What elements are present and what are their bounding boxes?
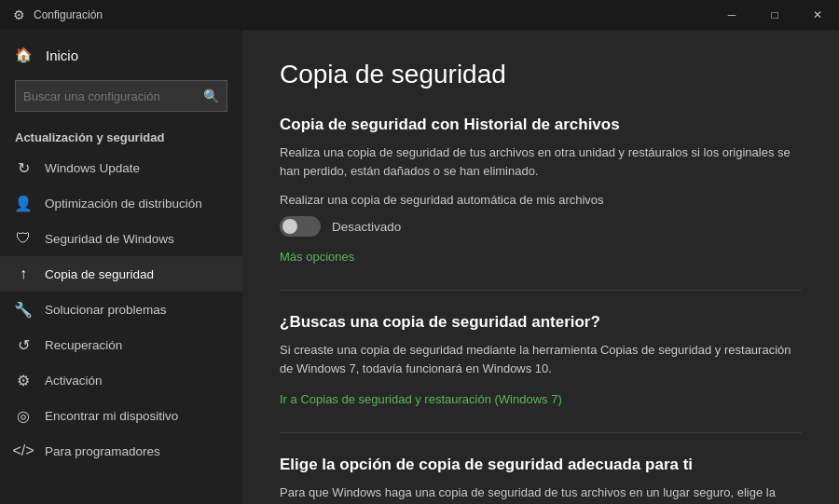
section3-title: Elige la opción de copia de seguridad ad…	[280, 456, 802, 474]
section-anterior: ¿Buscas una copia de seguridad anterior?…	[280, 313, 802, 432]
sidebar: 🏠 Inicio 🔍 Actualización y seguridad ↻ W…	[0, 30, 242, 504]
sidebar-item-programadores[interactable]: </> Para programadores	[0, 433, 242, 469]
close-button[interactable]: ✕	[796, 0, 839, 30]
sidebar-item-label: Copia de seguridad	[45, 267, 154, 281]
app-body: 🏠 Inicio 🔍 Actualización y seguridad ↻ W…	[0, 30, 839, 504]
sidebar-item-encontrar[interactable]: ◎ Encontrar mi dispositivo	[0, 398, 242, 433]
section3-desc: Para que Windows haga una copia de segur…	[280, 484, 802, 504]
main-content: Copia de seguridad Copia de seguridad co…	[242, 30, 839, 504]
page-title: Copia de seguridad	[280, 60, 802, 89]
programadores-icon: </>	[15, 443, 32, 459]
section1-title: Copia de seguridad con Historial de arch…	[280, 116, 802, 134]
divider2	[280, 432, 802, 433]
sidebar-item-label: Optimización de distribución	[45, 197, 202, 211]
toggle-label: Desactivado	[332, 220, 401, 234]
minimize-button[interactable]: ─	[710, 0, 753, 30]
toggle-row: Desactivado	[280, 216, 802, 237]
app-icon: ⚙	[11, 7, 26, 22]
search-box[interactable]: 🔍	[15, 80, 227, 112]
search-input[interactable]	[23, 89, 203, 103]
sidebar-item-label: Solucionar problemas	[45, 303, 167, 317]
section2-desc: Si creaste una copia de seguridad median…	[280, 341, 802, 377]
recuperacion-icon: ↺	[15, 336, 32, 353]
more-options-link[interactable]: Más opciones	[280, 250, 354, 264]
section1-setting-label: Realizar una copia de seguridad automáti…	[280, 193, 802, 207]
sidebar-item-label: Recuperación	[45, 338, 122, 352]
windows-update-icon: ↻	[15, 159, 32, 176]
titlebar-controls: ─ □ ✕	[710, 0, 839, 30]
search-icon[interactable]: 🔍	[203, 89, 219, 103]
home-icon: 🏠	[15, 47, 33, 63]
sidebar-item-label: Windows Update	[45, 161, 140, 175]
section1-desc: Realiza una copia de seguridad de tus ar…	[280, 143, 802, 180]
sidebar-item-distribucion[interactable]: 👤 Optimización de distribución	[0, 185, 242, 221]
section-opcion: Elige la opción de copia de seguridad ad…	[280, 456, 802, 504]
sidebar-item-seguridad[interactable]: 🛡 Seguridad de Windows	[0, 221, 242, 256]
goto-win7-link[interactable]: Ir a Copias de seguridad y restauración …	[280, 392, 562, 406]
seguridad-icon: 🛡	[15, 230, 32, 247]
backup-toggle[interactable]	[280, 216, 321, 237]
titlebar-left: ⚙ Configuración	[11, 7, 103, 22]
sidebar-item-activacion[interactable]: ⚙ Activación	[0, 362, 242, 398]
sidebar-section-header: Actualización y seguridad	[0, 119, 242, 150]
sidebar-item-label: Encontrar mi dispositivo	[45, 409, 178, 423]
encontrar-icon: ◎	[15, 407, 32, 424]
sidebar-item-solucionar[interactable]: 🔧 Solucionar problemas	[0, 292, 242, 327]
section2-title: ¿Buscas una copia de seguridad anterior?	[280, 313, 802, 332]
distribucion-icon: 👤	[15, 195, 32, 211]
toggle-knob	[282, 219, 297, 234]
sidebar-item-label: Activación	[45, 374, 103, 388]
sidebar-item-label: Para programadores	[45, 444, 160, 458]
sidebar-item-windows-update[interactable]: ↻ Windows Update	[0, 150, 242, 185]
copia-icon: ↑	[15, 266, 32, 282]
divider1	[280, 290, 802, 291]
app-title: Configuración	[34, 8, 103, 21]
home-label: Inicio	[46, 48, 78, 63]
titlebar: ⚙ Configuración ─ □ ✕	[0, 0, 839, 30]
sidebar-item-copia[interactable]: ↑ Copia de seguridad	[0, 256, 242, 292]
activacion-icon: ⚙	[15, 372, 32, 388]
sidebar-item-recuperacion[interactable]: ↺ Recuperación	[0, 327, 242, 362]
maximize-button[interactable]: □	[753, 0, 796, 30]
sidebar-item-home[interactable]: 🏠 Inicio	[0, 37, 242, 73]
sidebar-item-label: Seguridad de Windows	[45, 232, 174, 246]
solucionar-icon: 🔧	[15, 301, 32, 318]
section-historial: Copia de seguridad con Historial de arch…	[280, 116, 802, 290]
